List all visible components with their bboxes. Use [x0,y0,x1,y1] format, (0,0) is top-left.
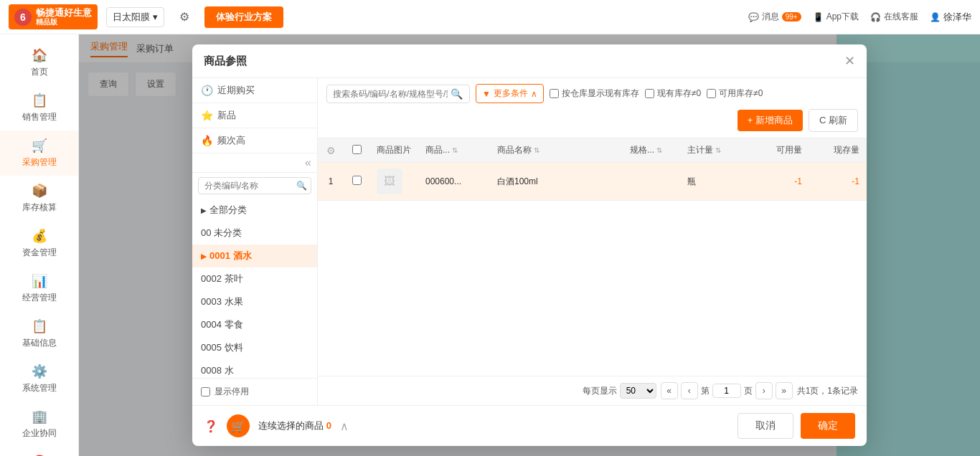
warehouse-stock-filter[interactable]: 按仓库显示现有库存 [550,87,639,100]
category-search-icon[interactable]: 🔍 [296,181,307,191]
product-search-icon[interactable]: 🔍 [451,88,463,100]
product-table: ⚙ 商品图片 商品... 商品名称 规格... [318,138,867,201]
mobile-icon: 📱 [813,12,824,22]
available-stock-checkbox[interactable] [707,89,716,98]
product-thumbnail: 🖼 [377,168,402,194]
app-download-item[interactable]: 📱 App下载 [813,11,859,23]
category-0001[interactable]: ▶ 0001 酒水 [192,244,317,267]
col-check-header [344,138,369,163]
table-row[interactable]: 1 🖼 [318,163,867,201]
row-stock: -1 [809,163,867,201]
col-unit-header[interactable]: 主计量 [680,138,738,163]
sidebar-item-basics[interactable]: 📋 基础信息 [0,311,78,356]
category-search-input[interactable] [198,177,311,194]
category-0005[interactable]: 0005 饮料 [192,336,317,359]
last-page-button[interactable]: » [776,382,793,399]
sidebar-item-guide[interactable]: 🎯 新手引导 [0,447,78,456]
row-unit: 瓶 [680,163,738,201]
sidebar-item-operations[interactable]: 📊 经营管理 [0,266,78,311]
more-filters-button[interactable]: ▼ 更多条件 ∧ [476,84,544,103]
tab-new[interactable]: ⭐ 新品 [192,103,317,128]
row-spec [623,163,680,201]
cancel-button[interactable]: 取消 [738,413,793,439]
online-service-item[interactable]: 🎧 在线客服 [870,11,918,23]
enterprise-icon: 🏢 [32,409,47,424]
sidebar-item-inventory[interactable]: 📦 库存核算 [0,176,78,221]
column-settings-icon[interactable]: ⚙ [326,145,336,156]
system-icon: ⚙️ [32,364,47,379]
logo-icon: 6 [14,9,32,26]
category-0008[interactable]: 0008 水 [192,359,317,378]
tab-frequent[interactable]: 🔥 频次高 [192,128,317,153]
modal-body: 🕐 近期购买 ⭐ 新品 🔥 频次高 [192,78,867,405]
brand-text: 畅捷通好生意 精品版 [36,7,92,27]
col-spec-header[interactable]: 规格... [623,138,680,163]
tab-recent[interactable]: 🕐 近期购买 [192,78,317,103]
cart-icon[interactable]: 🛒 [227,414,250,437]
modal-main: 🔍 ▼ 更多条件 ∧ 按仓库显示现有库存 [318,78,867,405]
help-icon[interactable]: ❓ [204,419,218,433]
footer-collapse-icon[interactable]: ∧ [340,419,349,433]
settings-icon[interactable]: ⚙ [173,6,196,29]
available-stock-filter[interactable]: 可用库存≠0 [707,87,763,100]
col-avail-header: 可用量 [738,138,809,163]
row-checkbox[interactable] [352,176,362,185]
top-nav: 6 畅捷通好生意 精品版 日太阳膜 ▾ ⚙ 体验行业方案 💬 消息 99+ 📱 … [0,0,980,34]
logo-area: 6 畅捷通好生意 精品版 [9,4,98,30]
filter-icon: ▼ [482,89,491,99]
sidebar-item-finance[interactable]: 💰 资金管理 [0,221,78,266]
sidebar-item-enterprise[interactable]: 🏢 企业协同 [0,402,78,447]
refresh-button[interactable]: C 刷新 [809,109,858,132]
page-number-input[interactable] [712,384,741,398]
sidebar: 🏠 首页 📋 销售管理 🛒 采购管理 📦 库存核算 💰 资金管理 📊 经营管理 … [0,34,79,456]
selected-count: 0 [326,420,331,431]
category-0002[interactable]: 0002 茶叶 [192,267,317,290]
category-0003[interactable]: 0003 水果 [192,290,317,313]
notifications-item[interactable]: 💬 消息 99+ [748,11,801,23]
first-page-button[interactable]: « [661,382,678,399]
sidebar-item-home[interactable]: 🏠 首页 [0,40,78,85]
sales-icon: 📋 [32,92,47,108]
category-0004[interactable]: 0004 零食 [192,313,317,336]
tenant-dropdown[interactable]: 日太阳膜 ▾ [106,7,164,27]
toolbar-right: + 新增商品 C 刷新 [738,109,858,132]
page-size-select[interactable]: 50 10 20 100 [620,383,656,399]
category-list: ▶ 全部分类 00 未分类 ▶ 0001 酒水 0002 茶 [192,199,317,378]
sidebar-item-purchase[interactable]: 🛒 采购管理 [0,130,78,176]
active-arrow-icon: ▶ [201,252,207,260]
confirm-button[interactable]: 确定 [801,413,855,439]
finance-icon: 💰 [32,228,47,244]
avatar: 👤 [930,12,941,22]
modal-close-button[interactable]: ✕ [844,53,855,69]
modal-title: 商品参照 [204,54,247,68]
warehouse-stock-checkbox[interactable] [550,89,559,98]
sidebar-collapse-icon[interactable]: « [305,156,311,169]
prev-page-button[interactable]: ‹ [681,382,698,399]
add-product-button[interactable]: + 新增商品 [738,110,803,131]
col-settings: ⚙ [318,138,344,163]
product-reference-modal: 商品参照 ✕ 🕐 近期购买 ⭐ 新 [192,44,867,446]
select-all-checkbox[interactable] [352,145,362,154]
col-code-header[interactable]: 商品... [418,138,490,163]
category-all[interactable]: ▶ 全部分类 [192,199,317,222]
total-records-label: 共1页，1条记录 [797,385,858,397]
sidebar-item-sales[interactable]: 📋 销售管理 [0,85,78,130]
col-name-header[interactable]: 商品名称 [490,138,623,163]
filter-collapse-icon: ∧ [531,89,537,99]
notifications-badge: 99+ [782,12,801,22]
col-stock-header: 现存量 [809,138,867,163]
product-search-input[interactable] [333,89,448,99]
next-page-button[interactable]: › [755,382,773,399]
current-stock-checkbox[interactable] [645,89,654,98]
page-nav: « ‹ 第 页 › » [661,382,793,399]
cta-button[interactable]: 体验行业方案 [204,6,283,28]
user-profile[interactable]: 👤 徐泽华 [930,11,971,24]
sidebar-item-system[interactable]: ⚙️ 系统管理 [0,356,78,402]
nav-right: 💬 消息 99+ 📱 App下载 🎧 在线客服 👤 徐泽华 [748,11,971,24]
current-stock-filter[interactable]: 现有库存≠0 [645,87,701,100]
inventory-icon: 📦 [32,183,47,199]
show-disabled-checkbox[interactable] [201,387,210,396]
row-name: 白酒100ml [490,163,623,201]
expand-arrow-icon: ▶ [201,206,207,214]
category-00[interactable]: 00 未分类 [192,222,317,244]
